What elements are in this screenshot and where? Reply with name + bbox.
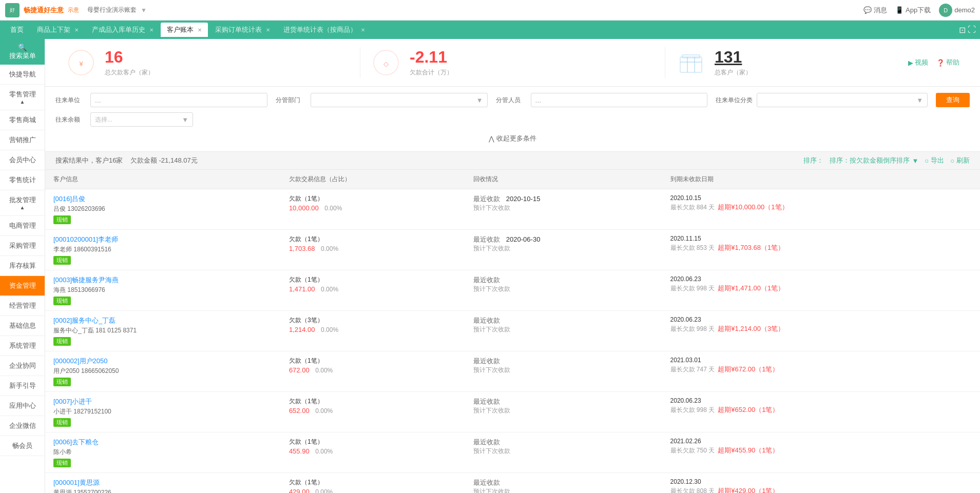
customer-name-link[interactable]: [000001]黄思源 xyxy=(53,478,273,487)
sidebar-item-wechat[interactable]: 企业微信 xyxy=(0,416,45,436)
overdue-days: 最长欠款 998 天 xyxy=(670,406,715,415)
customer-name-link[interactable]: [0002]服务中心_丁磊 xyxy=(53,316,273,325)
tab-close-product-off[interactable]: ✕ xyxy=(74,27,79,33)
col-collection: 回收情况 xyxy=(465,170,662,189)
debt-customers-label: 总欠款客户（家） xyxy=(105,68,154,77)
collection-cell: 最近收款 2020-10-15 预计下次收款 xyxy=(465,189,662,230)
sidebar-item-finance[interactable]: 资金管理 xyxy=(0,276,45,296)
sidebar-item-operations[interactable]: 经营管理 xyxy=(0,296,45,316)
customer-tag: 现销 xyxy=(53,297,71,305)
customer-sub: 小进干 18279152100 xyxy=(53,407,273,416)
overdue-link[interactable]: 超期¥1,214.00（3笔） xyxy=(718,324,784,333)
debt-count: 欠款（1笔） xyxy=(289,397,457,406)
stats-row: ¥ 16 总欠款客户（家） ◇ -2.11 欠款合计（ xyxy=(45,39,980,87)
top-bar-right: 💬 消息 📱 App下载 D demo2 xyxy=(863,4,975,17)
customer-sub: 吕俊 13026203696 xyxy=(53,205,273,213)
debt-amount-label: 欠款合计（万） xyxy=(410,68,453,77)
nav-restore-icon[interactable]: ⊡ xyxy=(959,25,966,35)
customer-name-link[interactable]: [0007]小进干 xyxy=(53,397,273,406)
overdue-link[interactable]: 超期¥455.90（1笔） xyxy=(718,446,779,455)
due-date: 2020.06.23 xyxy=(670,275,972,283)
sidebar-collapse-btn[interactable]: 示意 xyxy=(68,6,79,14)
customer-info-cell: [0002]服务中心_丁磊 服务中心_丁磊 181 0125 8371 现销 xyxy=(45,311,281,351)
tab-produce-in[interactable]: 产成品入库单历史 ✕ xyxy=(86,23,160,37)
app-download-btn[interactable]: 📱 App下载 xyxy=(895,6,931,15)
customer-info-cell: [000001]黄思源 黄思源 13552700226 现销 xyxy=(45,473,281,494)
help-btn[interactable]: ❓ 帮助 xyxy=(936,58,959,67)
sidebar-item-retail-mall[interactable]: 零售商城 xyxy=(0,110,45,130)
message-btn[interactable]: 💬 消息 xyxy=(863,6,887,15)
manager-input[interactable]: ... xyxy=(531,93,708,107)
debt-amount: 1,703.68 xyxy=(289,245,315,252)
debt-amount-number: -2.11 xyxy=(410,48,453,66)
debt-percent: 0.00% xyxy=(315,448,333,455)
overdue-days: 最长欠款 884 天 xyxy=(670,203,715,212)
customer-name-link[interactable]: [00010200001]李老师 xyxy=(53,235,273,244)
sidebar-item-wholesale-mgmt[interactable]: 批发管理 ▲ xyxy=(0,190,45,216)
overdue-link[interactable]: 超期¥652.00（1笔） xyxy=(718,405,779,415)
tab-home[interactable]: 首页 xyxy=(4,23,30,37)
collection-cell: 最近收款 2020-06-30 预计下次收款 xyxy=(465,230,662,270)
sidebar-item-marketing[interactable]: 营销推广 xyxy=(0,130,45,150)
customer-info-cell: [00010200001]李老师 李老师 18600391516 现销 xyxy=(45,230,281,270)
collection-cell: 最近收款 预计下次收款 xyxy=(465,432,662,473)
refresh-btn[interactable]: ○ 刷新 xyxy=(950,156,970,165)
video-btn[interactable]: ▶ 视频 xyxy=(908,58,928,67)
customer-sub: 用户2050 18665062050 xyxy=(53,367,273,376)
overdue-days: 最长欠款 747 天 xyxy=(670,365,715,374)
sidebar-item-quick-nav[interactable]: 快捷导航 xyxy=(0,65,45,85)
overdue-link[interactable]: 超期¥1,471.00（1笔） xyxy=(718,284,784,293)
sidebar-item-ecommerce[interactable]: 电商管理 xyxy=(0,216,45,236)
debt-info-cell: 欠款（1笔） 10,000.00 0.00% xyxy=(281,189,465,230)
results-bar: 搜索结果中，客户16家 欠款金额 -21,148.07元 排序： 排序：按欠款金… xyxy=(45,152,980,170)
debt-amount-icon: ◇ xyxy=(371,47,401,78)
debt-percent: 0.00% xyxy=(315,407,333,415)
content-area: ¥ 16 总欠款客户（家） ◇ -2.11 欠款合计（ xyxy=(45,39,980,493)
sidebar-item-search[interactable]: 🔍 搜索菜单 xyxy=(0,39,45,65)
debt-customers-number: 16 xyxy=(105,48,154,66)
overdue-link[interactable]: 超期¥1,703.68（1笔） xyxy=(718,243,784,252)
sidebar-item-enterprise-coop[interactable]: 企业协同 xyxy=(0,356,45,376)
tab-close-customer-account[interactable]: ✕ xyxy=(198,27,202,33)
tab-close-purchase-stats[interactable]: ✕ xyxy=(361,27,365,33)
tab-purchase-order[interactable]: 采购订单统计表 ✕ xyxy=(209,23,276,37)
collapse-filter-btn[interactable]: ⋀ 收起更多条件 xyxy=(55,132,970,145)
overdue-days: 最长欠款 853 天 xyxy=(670,244,715,252)
user-avatar-btn[interactable]: D demo2 xyxy=(939,4,975,17)
sidebar-item-vip[interactable]: 畅会员 xyxy=(0,436,45,456)
sidebar-item-retail-mgmt[interactable]: 零售管理 ▲ xyxy=(0,85,45,110)
customer-name-link[interactable]: [000002]用户2050 xyxy=(53,357,273,366)
dept-select[interactable]: ▼ xyxy=(311,93,488,107)
customer-name-link[interactable]: [0003]畅捷服务尹海燕 xyxy=(53,275,273,285)
customer-name-link[interactable]: [0016]吕俊 xyxy=(53,194,273,204)
tab-customer-account[interactable]: 客户账本 ✕ xyxy=(161,23,208,37)
balance-select[interactable]: 选择... ▼ xyxy=(90,112,193,127)
sidebar-item-member[interactable]: 会员中心 xyxy=(0,150,45,170)
sidebar-item-warehouse[interactable]: 库存核算 xyxy=(0,256,45,276)
incoming-unit-input[interactable]: ... xyxy=(90,93,267,107)
search-button[interactable]: 查询 xyxy=(936,93,970,107)
tab-purchase-stats[interactable]: 进货单统计表（按商品） ✕ xyxy=(277,23,371,37)
chevron-down-icon-wholesale: ▲ xyxy=(2,205,43,210)
overdue-link[interactable]: 超期¥10,000.00（1笔） xyxy=(718,203,788,212)
balance-placeholder: 选择... xyxy=(95,115,182,124)
overdue-link[interactable]: 超期¥429.00（1笔） xyxy=(718,486,779,493)
tab-close-purchase-order[interactable]: ✕ xyxy=(266,27,270,33)
sidebar-item-system[interactable]: 系统管理 xyxy=(0,336,45,356)
balance-chevron-down-icon: ▼ xyxy=(182,116,188,124)
tab-product-off[interactable]: 商品上下架 ✕ xyxy=(31,23,85,37)
overdue-link[interactable]: 超期¥672.00（1笔） xyxy=(718,365,779,374)
export-btn[interactable]: ○ 导出 xyxy=(925,156,944,165)
sidebar-item-app-center[interactable]: 应用中心 xyxy=(0,396,45,416)
filter-row-2: 往来余额 选择... ▼ xyxy=(55,112,970,127)
sidebar-item-basic-info[interactable]: 基础信息 xyxy=(0,316,45,336)
company-dropdown-icon[interactable]: ▼ xyxy=(141,7,147,14)
customer-name-link[interactable]: [0006]去下粮仓 xyxy=(53,438,273,447)
sidebar-item-newbie[interactable]: 新手引导 xyxy=(0,376,45,396)
sidebar-item-retail-stats[interactable]: 零售统计 xyxy=(0,170,45,190)
sort-select[interactable]: 排序：按欠款金额倒序排序 ▼ xyxy=(830,156,918,165)
tab-close-produce-in[interactable]: ✕ xyxy=(149,27,153,33)
unit-class-select[interactable]: ▼ xyxy=(757,93,928,107)
sidebar-item-purchase[interactable]: 采购管理 xyxy=(0,236,45,256)
nav-fullscreen-icon[interactable]: ⛶ xyxy=(968,25,976,35)
